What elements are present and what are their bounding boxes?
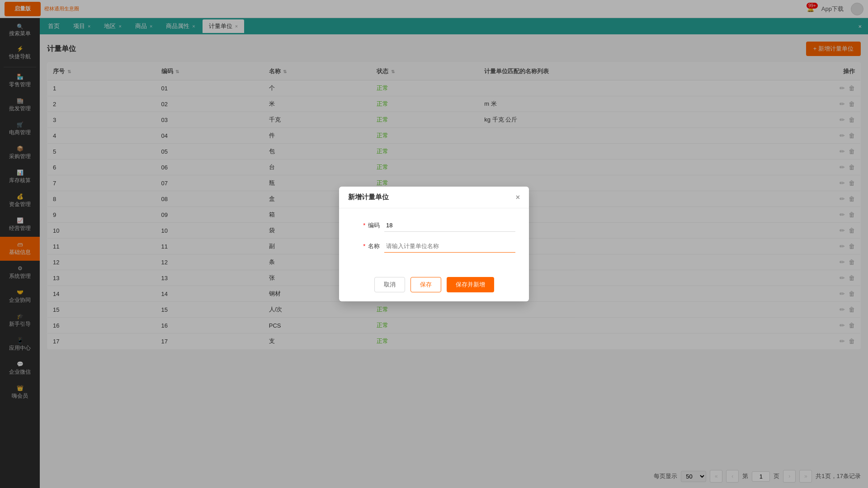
- form-row-code: * 编码: [353, 219, 515, 232]
- cancel-button[interactable]: 取消: [374, 277, 405, 292]
- code-input[interactable]: [384, 219, 515, 232]
- name-input[interactable]: [384, 240, 515, 253]
- code-required-mark: *: [363, 222, 365, 229]
- dialog-footer: 取消 保存 保存并新增: [339, 272, 529, 301]
- code-label: * 编码: [353, 221, 380, 230]
- dialog-close-button[interactable]: ×: [516, 193, 520, 202]
- add-unit-dialog: 新增计量单位 × * 编码 * 名称 取消 保存 保存并新增: [339, 187, 529, 301]
- modal-overlay: 新增计量单位 × * 编码 * 名称 取消 保存 保存并新增: [0, 0, 868, 488]
- dialog-title: 新增计量单位: [348, 193, 389, 202]
- save-button[interactable]: 保存: [410, 277, 441, 292]
- dialog-body: * 编码 * 名称: [339, 208, 529, 272]
- form-row-name: * 名称: [353, 240, 515, 253]
- dialog-header: 新增计量单位 ×: [339, 187, 529, 208]
- name-label: * 名称: [353, 242, 380, 250]
- save-and-new-button[interactable]: 保存并新增: [447, 277, 494, 292]
- name-required-mark: *: [363, 243, 365, 249]
